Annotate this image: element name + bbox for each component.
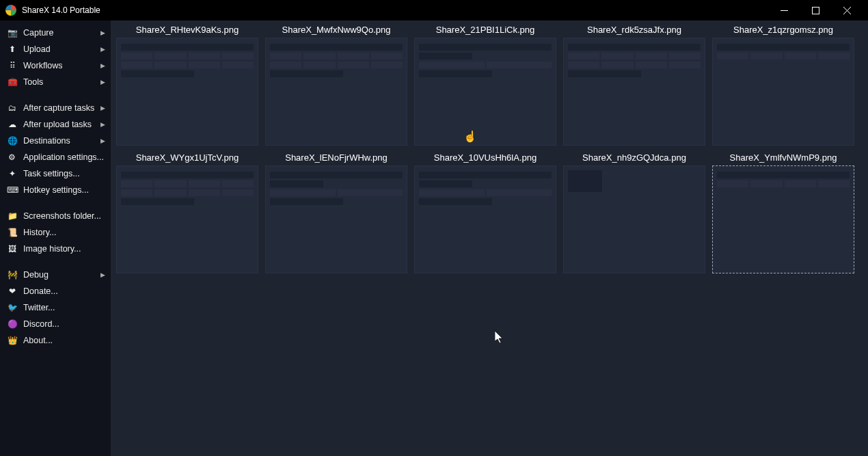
thumbnail-label: ShareX_rdk5zsaJfx.png	[587, 25, 681, 35]
svg-rect-0	[812, 7, 819, 14]
thumbnail-label: ShareX_MwfxNww9Qo.png	[282, 25, 391, 35]
thumbnail-area[interactable]: ShareX_RHtevK9aKs.pngShareX_MwfxNww9Qo.p…	[111, 21, 868, 456]
sidebar-item-destinations[interactable]: 🌐Destinations▶	[0, 133, 111, 149]
sidebar-item-tools[interactable]: 🧰Tools▶	[0, 74, 111, 90]
sidebar-item-label: Discord...	[23, 319, 59, 329]
sidebar-item-history[interactable]: 📜History...	[0, 224, 111, 241]
thumbnail[interactable]	[712, 38, 854, 146]
sidebar-item-after-capture-tasks[interactable]: 🗂After capture tasks▶	[0, 100, 111, 116]
thumbnail-label: ShareX_nh9zGQJdca.png	[582, 152, 686, 163]
titlebar[interactable]: ShareX 14.0 Portable	[0, 0, 868, 21]
thumbnail[interactable]	[712, 165, 854, 273]
sidebar-item-debug[interactable]: 🚧Debug▶	[0, 267, 111, 283]
thumbnail-label: ShareX_YmlfvNWmP9.png	[730, 152, 837, 163]
minimize-button[interactable]	[768, 0, 800, 21]
thumbnail-label: ShareX_lENoFjrWHw.png	[285, 152, 388, 163]
thumbnail[interactable]	[116, 165, 258, 273]
sidebar-item-discord[interactable]: 🟣Discord...	[0, 316, 111, 332]
sidebar-item-label: Application settings...	[23, 152, 104, 162]
sidebar-item-label: Screenshots folder...	[23, 211, 101, 221]
sidebar-item-donate[interactable]: ❤Donate...	[0, 283, 111, 299]
chevron-right-icon: ▶	[100, 46, 105, 53]
hotkey-settings-icon: ⌨	[7, 185, 18, 196]
thumbnail-item: ShareX_lENoFjrWHw.png	[265, 152, 407, 273]
thumbnail-label: ShareX_RHtevK9aKs.png	[136, 25, 239, 35]
sidebar-item-label: After upload tasks	[23, 120, 92, 129]
sidebar: 📷Capture▶⬆Upload▶⠿Workflows▶🧰Tools▶🗂Afte…	[0, 21, 111, 456]
chevron-right-icon: ▶	[100, 29, 105, 36]
chevron-right-icon: ▶	[100, 79, 105, 85]
thumbnail-grid: ShareX_RHtevK9aKs.pngShareX_MwfxNww9Qo.p…	[113, 25, 865, 273]
sidebar-item-screenshots-folder[interactable]: 📁Screenshots folder...	[0, 208, 111, 224]
sidebar-item-image-history[interactable]: 🖼Image history...	[0, 241, 111, 257]
about-icon: 👑	[7, 335, 18, 346]
sidebar-item-label: Donate...	[23, 286, 58, 296]
sidebar-item-workflows[interactable]: ⠿Workflows▶	[0, 57, 111, 74]
sidebar-item-label: Tools	[23, 77, 43, 87]
capture-icon: 📷	[7, 27, 18, 38]
sidebar-item-label: Upload	[23, 44, 51, 54]
chevron-right-icon: ▶	[100, 62, 105, 69]
sidebar-item-label: Image history...	[23, 244, 81, 254]
chevron-right-icon: ▶	[100, 105, 105, 111]
thumbnail-item: ShareX_WYgx1UjTcV.png	[116, 152, 258, 273]
sidebar-item-after-upload-tasks[interactable]: ☁After upload tasks▶	[0, 116, 111, 133]
thumbnail[interactable]	[414, 38, 556, 146]
twitter-icon: 🐦	[7, 302, 18, 313]
close-button[interactable]	[831, 0, 863, 21]
thumbnail[interactable]	[116, 38, 258, 146]
thumbnail[interactable]	[265, 165, 407, 273]
sidebar-item-twitter[interactable]: 🐦Twitter...	[0, 299, 111, 316]
window-title: ShareX 14.0 Portable	[22, 5, 100, 15]
app-logo-icon	[5, 5, 16, 16]
maximize-button[interactable]	[800, 0, 831, 21]
sidebar-item-task-settings[interactable]: ✦Task settings...	[0, 165, 111, 182]
thumbnail-item: ShareX_z1qzrgomsz.png	[712, 25, 854, 146]
main-area: 📷Capture▶⬆Upload▶⠿Workflows▶🧰Tools▶🗂Afte…	[0, 21, 868, 456]
thumbnail[interactable]	[563, 165, 705, 273]
sidebar-item-label: After capture tasks	[23, 103, 94, 113]
task-settings-icon: ✦	[7, 168, 18, 179]
sidebar-item-capture[interactable]: 📷Capture▶	[0, 25, 111, 41]
thumbnail-item: ShareX_21PBI1LiCk.png	[414, 25, 556, 146]
after-upload-tasks-icon: ☁	[7, 119, 18, 130]
sidebar-item-label: History...	[23, 228, 56, 237]
sidebar-item-label: Hotkey settings...	[23, 185, 89, 195]
sidebar-item-upload[interactable]: ⬆Upload▶	[0, 41, 111, 57]
chevron-right-icon: ▶	[100, 271, 105, 278]
sidebar-item-label: Task settings...	[23, 169, 80, 178]
screenshots-folder-icon: 📁	[7, 211, 18, 222]
thumbnail-label: ShareX_21PBI1LiCk.png	[436, 25, 535, 35]
thumbnail-label: ShareX_z1qzrgomsz.png	[733, 25, 833, 35]
chevron-right-icon: ▶	[100, 137, 105, 144]
workflows-icon: ⠿	[7, 60, 18, 71]
sidebar-item-label: About...	[23, 336, 53, 345]
sidebar-item-label: Twitter...	[23, 303, 55, 312]
image-history-icon: 🖼	[7, 243, 18, 254]
sidebar-item-label: Workflows	[23, 61, 62, 70]
thumbnail-item: ShareX_10VUsHh6lA.png	[414, 152, 556, 273]
thumbnail-item: ShareX_rdk5zsaJfx.png	[563, 25, 705, 146]
sidebar-item-application-settings[interactable]: ⚙Application settings...	[0, 149, 111, 165]
after-capture-tasks-icon: 🗂	[7, 103, 18, 113]
thumbnail-item: ShareX_MwfxNww9Qo.png	[265, 25, 407, 146]
sidebar-item-about[interactable]: 👑About...	[0, 332, 111, 349]
upload-icon: ⬆	[7, 44, 18, 55]
discord-icon: 🟣	[7, 319, 18, 330]
donate-icon: ❤	[7, 286, 18, 297]
sidebar-item-label: Destinations	[23, 136, 70, 146]
arrow-cursor-icon	[495, 331, 504, 345]
thumbnail-label: ShareX_WYgx1UjTcV.png	[136, 152, 239, 163]
sidebar-item-hotkey-settings[interactable]: ⌨Hotkey settings...	[0, 182, 111, 198]
sidebar-item-label: Debug	[23, 270, 49, 280]
debug-icon: 🚧	[7, 269, 18, 280]
thumbnail[interactable]	[414, 165, 556, 273]
application-settings-icon: ⚙	[7, 152, 18, 163]
thumbnail[interactable]	[265, 38, 407, 146]
history-icon: 📜	[7, 227, 18, 238]
thumbnail-item: ShareX_RHtevK9aKs.png	[116, 25, 258, 146]
thumbnail[interactable]	[563, 38, 705, 146]
tools-icon: 🧰	[7, 77, 18, 88]
destinations-icon: 🌐	[7, 135, 18, 146]
thumbnail-label: ShareX_10VUsHh6lA.png	[434, 152, 537, 163]
